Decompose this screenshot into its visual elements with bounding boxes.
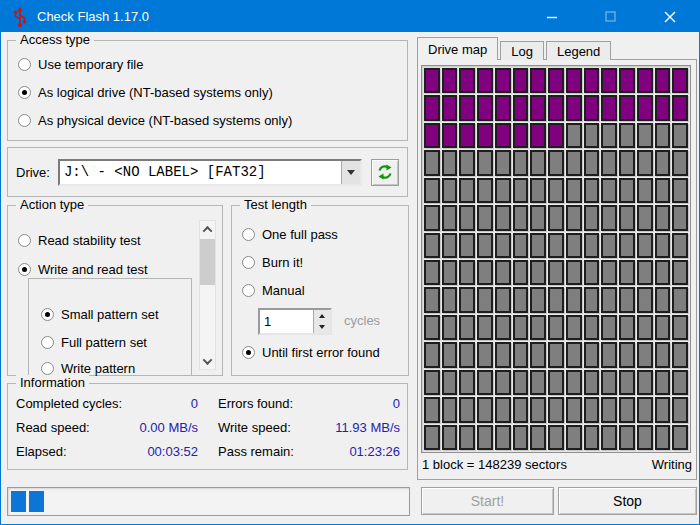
info-label: Write speed: — [218, 420, 291, 435]
radio-label: Small pattern set — [61, 307, 159, 322]
access-type-group: Access type Use temporary file As logica… — [7, 40, 408, 141]
map-block — [637, 260, 653, 285]
scroll-up-button[interactable] — [200, 221, 215, 237]
map-block — [513, 342, 529, 367]
stepper-down-button[interactable] — [314, 322, 330, 334]
map-block — [584, 150, 600, 175]
map-block — [655, 68, 671, 93]
map-block — [637, 95, 653, 120]
close-button[interactable] — [640, 1, 699, 32]
maximize-button[interactable] — [581, 1, 640, 32]
radio-small-pattern-set[interactable]: Small pattern set — [41, 305, 159, 323]
radio-icon — [41, 308, 54, 321]
map-block — [601, 123, 617, 148]
radio-use-temporary-file[interactable]: Use temporary file — [18, 55, 143, 73]
map-block — [459, 178, 475, 203]
map-block — [424, 342, 440, 367]
radio-label: One full pass — [262, 227, 338, 242]
map-block — [530, 397, 546, 422]
map-block — [637, 123, 653, 148]
map-block — [601, 425, 617, 450]
map-block — [513, 315, 529, 340]
map-block — [637, 150, 653, 175]
map-block — [566, 315, 582, 340]
map-block — [477, 397, 493, 422]
map-block — [459, 315, 475, 340]
map-block — [477, 260, 493, 285]
map-block — [619, 315, 635, 340]
cycles-label: cycles — [344, 313, 380, 328]
map-block — [495, 205, 511, 230]
map-block — [566, 68, 582, 93]
radio-as-logical-drive[interactable]: As logical drive (NT-based systems only) — [18, 83, 273, 101]
map-block — [584, 260, 600, 285]
map-block — [548, 425, 564, 450]
tab-legend[interactable]: Legend — [546, 41, 611, 60]
map-block — [655, 233, 671, 258]
map-block — [459, 342, 475, 367]
map-block — [601, 178, 617, 203]
radio-icon — [18, 114, 31, 127]
map-block — [477, 370, 493, 395]
map-block — [495, 178, 511, 203]
map-block — [619, 178, 635, 203]
map-block — [424, 178, 440, 203]
map-block — [513, 150, 529, 175]
map-block — [530, 370, 546, 395]
drive-combobox[interactable]: J:\ - <NO LABEL> [FAT32] — [58, 159, 362, 186]
map-block — [513, 123, 529, 148]
map-block — [619, 397, 635, 422]
map-block — [637, 233, 653, 258]
radio-read-stability-test[interactable]: Read stability test — [18, 231, 141, 249]
refresh-drives-button[interactable] — [371, 159, 399, 186]
usb-icon — [11, 6, 29, 28]
stop-button[interactable]: Stop — [558, 487, 697, 515]
map-block — [637, 315, 653, 340]
cycles-stepper[interactable]: 1 — [258, 308, 332, 335]
radio-manual[interactable]: Manual — [242, 281, 305, 299]
map-block — [672, 260, 688, 285]
map-block — [548, 287, 564, 312]
radio-label: Manual — [262, 283, 305, 298]
radio-burn-it[interactable]: Burn it! — [242, 253, 303, 271]
drive-map-grid — [421, 65, 691, 453]
map-block — [637, 425, 653, 450]
map-block — [672, 150, 688, 175]
tab-log[interactable]: Log — [500, 41, 544, 60]
drive-label: Drive: — [16, 165, 50, 180]
action-type-scrollbar[interactable] — [199, 220, 216, 370]
map-block — [424, 287, 440, 312]
minimize-button[interactable] — [522, 1, 581, 32]
operation-status-text: Writing — [652, 457, 692, 472]
map-block — [424, 425, 440, 450]
radio-write-and-read-test[interactable]: Write and read test — [18, 260, 148, 278]
radio-full-pattern-set[interactable]: Full pattern set — [41, 333, 147, 351]
radio-one-full-pass[interactable]: One full pass — [242, 225, 338, 243]
radio-label: As logical drive (NT-based systems only) — [38, 85, 273, 100]
tab-drive-map[interactable]: Drive map — [417, 37, 498, 60]
map-block — [424, 370, 440, 395]
map-block — [424, 150, 440, 175]
start-button[interactable]: Start! — [421, 487, 554, 515]
map-block — [566, 95, 582, 120]
map-block — [619, 68, 635, 93]
map-block — [442, 315, 458, 340]
titlebar[interactable]: Check Flash 1.17.0 — [1, 1, 699, 32]
stepper-up-button[interactable] — [314, 310, 330, 322]
map-block — [424, 260, 440, 285]
radio-as-physical-device[interactable]: As physical device (NT-based systems onl… — [18, 111, 292, 129]
radio-icon — [41, 362, 54, 375]
map-block — [548, 123, 564, 148]
scrollbar-thumb[interactable] — [200, 239, 215, 285]
map-block — [459, 205, 475, 230]
map-block — [584, 315, 600, 340]
map-block — [672, 425, 688, 450]
map-block — [495, 370, 511, 395]
map-block — [477, 150, 493, 175]
map-block — [637, 178, 653, 203]
radio-icon — [242, 228, 255, 241]
map-block — [655, 397, 671, 422]
drive-dropdown-button[interactable] — [341, 161, 360, 184]
scroll-down-button[interactable] — [200, 353, 215, 369]
radio-until-first-error[interactable]: Until first error found — [242, 343, 380, 361]
